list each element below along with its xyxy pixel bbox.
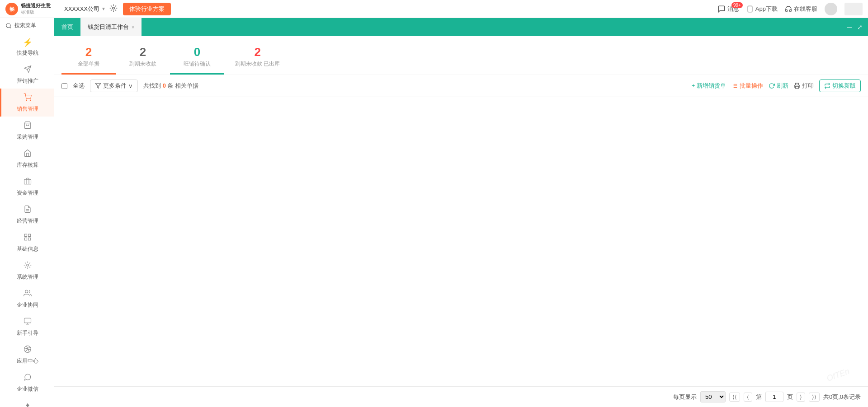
stat-card-overdue-shipped[interactable]: 2 到期未收款 已出库 [224,42,291,75]
switch-version-button[interactable]: 切换新版 [819,80,861,92]
sidebar-item-app-center[interactable]: 应用中心 [0,341,54,369]
more-filter-button[interactable]: 更多条件 ∨ [90,80,138,92]
refresh-button[interactable]: 刷新 [769,82,788,90]
stat-number-overdue-shipped: 2 [235,45,280,59]
page-number-input[interactable] [765,392,783,402]
last-page-button[interactable]: ⟩⟩ [809,393,820,402]
prev-page-button[interactable]: ⟨ [744,393,752,402]
tab-home[interactable]: 首页 [54,18,80,36]
tab-minimize-button[interactable]: ─ [845,22,854,33]
tab-expand-button[interactable]: ⤢ [855,22,864,33]
svg-rect-14 [28,234,31,236]
sidebar-item-label: 营销推广 [17,77,38,85]
sidebar-item-label: 企业协同 [17,301,38,309]
stat-card-overdue[interactable]: 2 到期未收款 [116,42,170,75]
enterprise-icon [24,289,32,299]
sidebar-item-wechat[interactable]: 企业微信 [0,369,54,397]
print-button[interactable]: 打印 [794,82,814,90]
sidebar-item-label: 采购管理 [17,133,38,141]
add-sales-order-button[interactable]: + 新增销货单 [692,82,726,90]
print-label: 打印 [802,82,814,90]
online-service-button[interactable]: 在线客服 [785,5,817,13]
online-service-label: 在线客服 [794,5,817,13]
sidebar-item-sales[interactable]: 销售管理 [0,89,54,117]
stat-card-pending[interactable]: 0 旺铺待确认 [170,42,224,75]
batch-operations-label: 批量操作 [740,82,763,90]
header-right: 消息 99+ App下载 在线客服 [717,3,863,15]
sidebar-item-member[interactable]: ♦ 畅会员 [0,397,54,407]
sidebar-item-enterprise[interactable]: 企业协同 [0,285,54,313]
company-selector[interactable]: XXXXXX公司 ▼ [64,5,106,13]
svg-rect-15 [28,238,31,240]
stat-label-pending: 旺铺待确认 [181,60,213,68]
refresh-label: 刷新 [777,82,788,90]
stat-label-overdue: 到期未收款 [127,60,159,68]
first-page-button[interactable]: ⟨⟨ [729,393,740,402]
sidebar-item-finance[interactable]: 资金管理 [0,173,54,201]
found-count: 0 [163,82,166,89]
svg-point-17 [27,264,29,267]
stat-label-overdue-shipped: 到期未收款 已出库 [235,60,280,68]
purchase-icon [24,121,32,131]
settings-button[interactable] [109,4,118,14]
app-download-button[interactable]: App下载 [746,5,778,13]
sidebar-item-guide[interactable]: 新手引导 [0,313,54,341]
select-all-checkbox[interactable] [61,83,67,89]
quick-nav-icon: ⚡ [23,37,33,47]
total-records: 共0页,0条记录 [823,393,861,401]
toolbar-right: + 新增销货单 批量操作 刷新 [692,80,861,92]
toolbar: 全选 更多条件 ∨ 共找到 0 条 相关单据 + 新增销货单 [54,75,868,97]
tab-close-icon[interactable]: × [132,24,134,30]
svg-marker-23 [95,84,101,89]
inventory-icon [24,149,32,159]
sidebar-item-quick-nav[interactable]: ⚡ 快捷导航 [0,33,54,61]
content-area: 首页 钱货日清工作台 × ─ ⤢ 2 全部单据 2 到期未收款 [54,18,868,407]
sidebar-item-label: 企业微信 [17,385,38,393]
sidebar-item-purchase[interactable]: 采购管理 [0,117,54,145]
sidebar-item-label: 系统管理 [17,273,38,281]
sidebar-item-marketing[interactable]: 营销推广 [0,61,54,89]
add-sales-order-label: + 新增销货单 [692,82,726,90]
batch-operations-button[interactable]: 批量操作 [731,82,763,90]
pagination-bar: 每页显示 50 100 200 ⟨⟨ ⟨ 第 页 ⟩ ⟩⟩ 共0页,0条记录 [54,386,868,407]
sidebar: 搜索菜单 ⚡ 快捷导航 营销推广 销售管理 [0,18,54,407]
logo-text: 畅捷通好生意 标准版 [21,2,51,15]
tab-workbench[interactable]: 钱货日清工作台 × [80,18,142,36]
message-button[interactable]: 消息 99+ [717,5,739,13]
sidebar-item-operations[interactable]: 经营管理 [0,201,54,229]
svg-rect-16 [24,238,27,240]
switch-version-label: 切换新版 [832,82,856,90]
app-download-label: App下载 [755,5,778,13]
stat-number-overdue: 2 [127,45,159,59]
sidebar-item-label: 应用中心 [17,357,38,365]
per-page-select[interactable]: 50 100 200 [700,391,726,402]
sidebar-item-label: 基础信息 [17,245,38,253]
search-menu-item[interactable]: 搜索菜单 [0,18,54,33]
svg-rect-19 [24,318,31,323]
marketing-icon [24,65,32,75]
sidebar-item-system[interactable]: 系统管理 [0,257,54,285]
message-badge: 99+ [731,2,743,8]
svg-rect-3 [748,6,752,12]
search-menu-label: 搜索菜单 [14,22,36,29]
sidebar-item-label: 快捷导航 [17,49,38,57]
filter-label: 更多条件 [103,82,127,90]
avatar[interactable] [825,3,837,15]
next-page-button[interactable]: ⟩ [797,393,805,402]
svg-point-2 [113,7,115,9]
svg-rect-10 [24,179,31,184]
sidebar-item-label: 资金管理 [17,189,38,197]
system-icon [24,261,32,271]
experience-button[interactable]: 体验行业方案 [123,3,171,15]
per-page-label: 每页显示 [673,393,697,401]
guide-icon [24,317,32,327]
user-name-area[interactable] [844,3,863,15]
stat-card-all[interactable]: 2 全部单据 [61,42,116,75]
sidebar-item-label: 销售管理 [17,105,38,113]
sidebar-item-basic-info[interactable]: 基础信息 [0,229,54,257]
table-area [54,97,868,386]
sidebar-item-inventory[interactable]: 库存核算 [0,145,54,173]
basic-info-icon [24,233,32,243]
sales-icon [24,93,32,103]
company-dropdown-icon: ▼ [101,6,106,11]
